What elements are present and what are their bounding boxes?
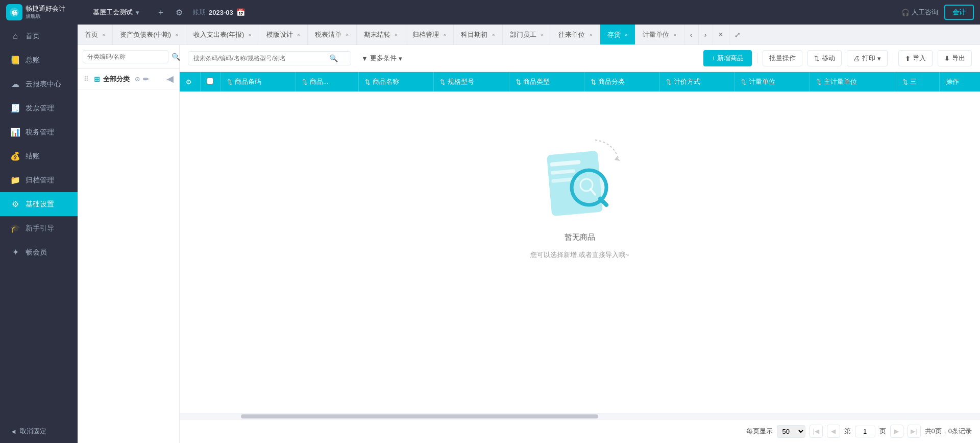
- sidebar-item-member[interactable]: ✦ 畅会员: [0, 240, 78, 264]
- support-label: 人工咨询: [912, 8, 938, 17]
- first-page-button[interactable]: |◀: [810, 425, 823, 438]
- export-button[interactable]: ⬇ 导出: [938, 50, 972, 66]
- category-search-icon[interactable]: 🔍: [172, 53, 180, 61]
- tab-contacts-close[interactable]: ×: [589, 32, 592, 38]
- main-search-icon[interactable]: 🔍: [329, 54, 338, 62]
- empty-state: 暂无商品 您可以选择新增,或者直接导入哦~: [180, 91, 980, 280]
- settings-icon[interactable]: ⚙: [172, 5, 186, 19]
- tab-filing-close[interactable]: ×: [443, 32, 446, 38]
- main-search-input[interactable]: [193, 55, 326, 62]
- category-all-label: 全部分类: [103, 75, 130, 84]
- th-settings[interactable]: ⚙: [180, 72, 200, 91]
- tab-period-end-close[interactable]: ×: [395, 32, 398, 38]
- category-collapse-icon[interactable]: ◀: [167, 74, 173, 84]
- select-all-checkbox[interactable]: [207, 78, 213, 84]
- tab-period-end[interactable]: 期末结转 ×: [357, 25, 405, 45]
- tab-income-close[interactable]: ×: [248, 32, 251, 38]
- move-button[interactable]: ⇅ 移动: [807, 50, 842, 66]
- tab-balance-sheet-label: 资产负债表(中期): [120, 30, 171, 39]
- tab-subject-label: 科目期初: [461, 30, 487, 39]
- add-product-button[interactable]: + 新增商品: [703, 50, 752, 66]
- tab-inventory-close[interactable]: ×: [625, 32, 628, 38]
- per-page-select[interactable]: 50 100 200: [777, 425, 805, 438]
- tab-dept[interactable]: 部门员工 ×: [503, 25, 551, 45]
- tab-subject-close[interactable]: ×: [492, 32, 495, 38]
- tab-balance-sheet[interactable]: 资产负债表(中期) ×: [113, 25, 186, 45]
- th-col3-arrow: ⇅: [902, 78, 908, 86]
- tab-income[interactable]: 收入支出表(年报) ×: [186, 25, 259, 45]
- tab-tax-list-close[interactable]: ×: [346, 32, 349, 38]
- tab-subject[interactable]: 科目期初 ×: [454, 25, 502, 45]
- tab-next-button[interactable]: ›: [699, 25, 713, 45]
- tab-template[interactable]: 模版设计 ×: [259, 25, 308, 45]
- th-barcode-label: 商品条码: [235, 77, 261, 86]
- print-button[interactable]: 🖨 打印 ▾: [847, 50, 888, 66]
- next-page-button[interactable]: ▶: [890, 425, 903, 438]
- sidebar-item-reports-label: 云报表中心: [26, 80, 61, 89]
- tab-unit[interactable]: 计量单位 ×: [635, 25, 684, 45]
- tab-expand-button[interactable]: ⤢: [729, 25, 746, 45]
- filter-button[interactable]: ▼ 更多条件 ▾: [356, 51, 407, 66]
- scrollbar-thumb[interactable]: [241, 414, 598, 418]
- tab-balance-close[interactable]: ×: [175, 32, 178, 38]
- page-number-input[interactable]: [855, 426, 875, 437]
- batch-operations-button[interactable]: 批量操作: [763, 50, 802, 66]
- th-select-all[interactable]: [200, 72, 220, 91]
- sidebar-item-reports[interactable]: ☁ 云报表中心: [0, 72, 78, 96]
- calendar-icon[interactable]: 📅: [236, 8, 245, 16]
- tab-template-close[interactable]: ×: [297, 32, 300, 38]
- settings-sidebar-icon: ⚙: [10, 199, 20, 209]
- support-button[interactable]: 🎧 人工咨询: [901, 8, 938, 17]
- import-button[interactable]: ⬆ 导入: [898, 50, 933, 66]
- sidebar-item-archive[interactable]: 📁 归档管理: [0, 168, 78, 192]
- search-bar: 🔍: [188, 51, 351, 65]
- tab-tax-list[interactable]: 税表清单 ×: [308, 25, 356, 45]
- sidebar-item-invoice[interactable]: 🧾 发票管理: [0, 96, 78, 120]
- tab-home[interactable]: 首页 ×: [78, 25, 113, 45]
- tab-filing[interactable]: 归档管理 ×: [405, 25, 454, 45]
- sidebar-item-home[interactable]: ⌂ 首页: [0, 25, 78, 48]
- tab-prev-button[interactable]: ‹: [684, 25, 699, 45]
- sidebar-item-tax[interactable]: 📊 税务管理: [0, 120, 78, 144]
- add-label: + 新增商品: [712, 54, 744, 63]
- tab-inventory[interactable]: 存货 ×: [600, 25, 635, 45]
- sidebar-item-invoice-label: 发票管理: [26, 104, 54, 113]
- account-button[interactable]: 会计: [944, 5, 974, 20]
- sidebar-item-guide[interactable]: 🎓 新手引导: [0, 216, 78, 240]
- filter-label: 更多条件: [370, 54, 397, 63]
- products-table: ⚙ ⇅ 商品条码: [180, 72, 980, 280]
- page-label: 第: [844, 427, 851, 436]
- category-folder-icon: ⊞: [94, 75, 100, 83]
- cloud-icon: ☁: [10, 79, 20, 89]
- sidebar-item-close[interactable]: 💰 结账: [0, 144, 78, 168]
- unpin-label: 取消固定: [20, 427, 46, 436]
- tab-dept-close[interactable]: ×: [541, 32, 544, 38]
- tab-unit-close[interactable]: ×: [673, 32, 676, 38]
- tab-close-all-button[interactable]: ×: [713, 25, 729, 45]
- header-right: 🎧 人工咨询 会计: [901, 5, 974, 20]
- tab-home-close[interactable]: ×: [102, 32, 105, 38]
- table-settings-icon[interactable]: ⚙: [186, 78, 192, 86]
- sidebar-item-settings[interactable]: ⚙ 基础设置: [0, 192, 78, 216]
- th-main-unit-arrow: ⇅: [816, 78, 822, 86]
- th-main-unit-label: 主计量单位: [824, 77, 857, 86]
- category-edit-icon[interactable]: ✏: [143, 75, 149, 83]
- horizontal-scrollbar[interactable]: [180, 413, 980, 419]
- sidebar-unpin-button[interactable]: ◄ 取消固定: [0, 419, 78, 443]
- per-page-label: 每页显示: [746, 427, 773, 436]
- add-tab-button[interactable]: ＋: [154, 5, 168, 19]
- sidebar-item-ledger[interactable]: 📒 总账: [0, 48, 78, 72]
- sidebar: ⌂ 首页 📒 总账 ☁ 云报表中心 🧾 发票管理 📊 税务管理 💰 结账 📁 归…: [0, 25, 78, 443]
- batch-label: 批量操作: [769, 54, 796, 63]
- th-unit-label: 计量单位: [749, 77, 775, 86]
- tab-contacts[interactable]: 往来单位 ×: [551, 25, 600, 45]
- tab-filing-label: 归档管理: [412, 30, 439, 39]
- toolbar-right: + 新增商品 批量操作 ⇅ 移动 🖨 打印 ▾: [703, 50, 972, 66]
- company-selector[interactable]: 基层工会测试 ▾: [89, 6, 143, 19]
- category-search-input[interactable]: [83, 50, 168, 63]
- last-page-button[interactable]: ▶|: [908, 425, 921, 438]
- toolbar: 🔍 ▼ 更多条件 ▾ + 新增商品 批量操作 ⇅: [180, 45, 980, 72]
- th-col3-label: 三: [910, 77, 917, 86]
- prev-page-button[interactable]: ◀: [827, 425, 840, 438]
- sidebar-item-home-label: 首页: [26, 32, 40, 41]
